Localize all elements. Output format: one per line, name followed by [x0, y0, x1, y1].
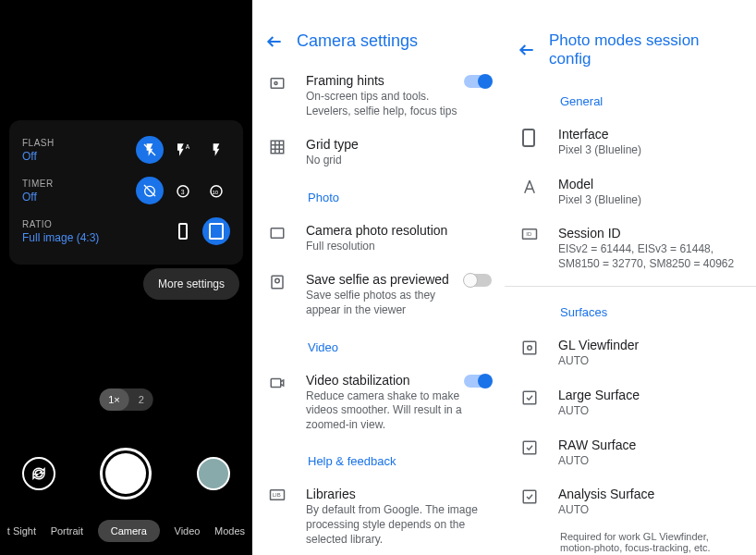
timer-3s-icon[interactable]: 3: [169, 177, 197, 204]
flash-auto-icon[interactable]: A: [169, 136, 197, 164]
resolution-row[interactable]: Camera photo resolution Full resolution: [252, 214, 505, 264]
flash-value: Off: [22, 150, 55, 163]
selfie-toggle[interactable]: [464, 274, 492, 287]
framing-title: Framing hints: [306, 73, 464, 88]
svg-point-11: [274, 82, 277, 85]
large-sub: AUTO: [558, 404, 743, 419]
camera-settings-panel: Camera settings Framing hints On-screen …: [252, 0, 505, 555]
check-box-icon: [521, 438, 549, 456]
stab-toggle[interactable]: [464, 375, 492, 388]
libs-sub: By default from Google. The image proces…: [306, 503, 492, 547]
svg-text:ID: ID: [526, 231, 532, 237]
shutter-button[interactable]: [100, 448, 152, 500]
ratio-value: Full image (4:3): [22, 231, 99, 244]
timer-10s-icon[interactable]: 10: [202, 177, 230, 204]
selfie-icon: [269, 272, 297, 290]
settings-list[interactable]: Framing hints On-screen tips and tools. …: [252, 64, 505, 555]
switch-camera-button[interactable]: [22, 457, 55, 490]
flash-off-icon[interactable]: [136, 136, 164, 164]
grid-title: Grid type: [306, 137, 492, 152]
more-settings-button[interactable]: More settings: [143, 268, 239, 300]
interface-title: Interface: [558, 127, 743, 142]
framing-toggle[interactable]: [464, 75, 492, 88]
session-title: Session ID: [558, 226, 743, 240]
libs-title: Libraries: [306, 487, 492, 501]
back-arrow-icon[interactable]: [518, 41, 536, 59]
mode-camera[interactable]: Camera: [98, 520, 160, 542]
zoom-2x[interactable]: 2: [129, 388, 153, 411]
flash-row: FLASH Off A: [22, 130, 230, 170]
flash-on-icon[interactable]: [202, 136, 230, 164]
mode-modes[interactable]: Modes: [214, 525, 245, 536]
divider: [505, 286, 756, 287]
video-section-header: Video: [252, 327, 505, 364]
check-box-icon: [521, 487, 549, 505]
timer-off-icon[interactable]: [136, 177, 164, 204]
timer-value: Off: [22, 191, 54, 204]
grid-type-row[interactable]: Grid type No grid: [252, 128, 505, 178]
svg-text:A: A: [186, 143, 190, 150]
photo-section-header: Photo: [252, 178, 505, 214]
quick-settings-sheet: FLASH Off A TIMER Off: [9, 120, 243, 265]
check-box-icon: [521, 388, 549, 406]
config-list[interactable]: General Interface Pixel 3 (Blueline) Mod…: [505, 81, 756, 555]
framing-sub: On-screen tips and tools. Levelers, self…: [306, 90, 464, 118]
resolution-title: Camera photo resolution: [306, 223, 492, 238]
interface-row[interactable]: Interface Pixel 3 (Blueline): [505, 117, 756, 167]
libraries-row[interactable]: LIB Libraries By default from Google. Th…: [252, 477, 505, 555]
zoom-1x[interactable]: 1×: [99, 388, 129, 411]
timer-row: TIMER Off 3 10: [22, 170, 230, 211]
framing-hints-row[interactable]: Framing hints On-screen tips and tools. …: [252, 64, 505, 128]
svg-text:3: 3: [181, 189, 185, 195]
raw-title: RAW Surface: [558, 438, 743, 452]
model-title: Model: [558, 177, 743, 191]
flash-label: FLASH: [22, 138, 55, 148]
session-id-row[interactable]: ID Session ID EISv2 = 61444, EISv3 = 614…: [505, 216, 756, 280]
svg-text:LIB: LIB: [273, 493, 281, 499]
ratio-full-icon[interactable]: [202, 217, 230, 245]
resolution-sub: Full resolution: [306, 240, 492, 254]
svg-rect-8: [179, 224, 187, 239]
large-title: Large Surface: [558, 388, 743, 402]
ratio-narrow-icon[interactable]: [169, 217, 197, 245]
selfie-title: Save selfie as previewed: [306, 272, 464, 287]
mode-portrait[interactable]: Portrait: [51, 525, 83, 536]
model-sub: Pixel 3 (Blueline): [558, 193, 743, 208]
model-row[interactable]: Model Pixel 3 (Blueline): [505, 167, 756, 217]
ratio-row: RATIO Full image (4:3): [22, 211, 230, 252]
stabilization-row[interactable]: Video stabilization Reduce camera shake …: [252, 364, 505, 442]
back-arrow-icon[interactable]: [265, 32, 284, 51]
large-surface-row[interactable]: Large Surface AUTO: [505, 378, 756, 428]
svg-rect-33: [523, 441, 536, 454]
mode-selector[interactable]: t Sight Portrait Camera Video Modes: [0, 520, 252, 542]
resolution-icon: [269, 223, 297, 241]
general-section-header: General: [505, 81, 756, 117]
gallery-thumbnail[interactable]: [197, 457, 230, 490]
config-title: Photo modes session config: [549, 31, 743, 68]
svg-rect-12: [271, 141, 284, 154]
mode-night-sight[interactable]: t Sight: [7, 525, 36, 536]
ratio-label: RATIO: [22, 219, 99, 229]
analysis-title: Analysis Surface: [558, 487, 743, 501]
settings-title: Camera settings: [297, 31, 418, 51]
compass-icon: [521, 177, 549, 195]
stab-sub: Reduce camera shake to make videos smoot…: [306, 389, 464, 433]
help-section-header[interactable]: Help & feedback: [252, 441, 505, 477]
svg-rect-34: [523, 490, 536, 503]
gl-viewfinder-row[interactable]: GL Viewfinder AUTO: [505, 328, 756, 378]
selfie-row[interactable]: Save selfie as previewed Save selfie pho…: [252, 263, 505, 327]
analysis-surface-row[interactable]: Analysis Surface AUTO: [505, 477, 756, 527]
grid-icon: [269, 137, 297, 155]
svg-point-31: [528, 346, 532, 351]
mode-video[interactable]: Video: [175, 525, 201, 536]
libraries-icon: LIB: [269, 487, 297, 501]
raw-surface-row[interactable]: RAW Surface AUTO: [505, 428, 756, 478]
selfie-sub: Save selfie photos as they appear in the…: [306, 289, 464, 317]
grid-sub: No grid: [306, 154, 492, 168]
stabilization-icon: [269, 373, 297, 391]
zoom-selector[interactable]: 1× 2: [99, 388, 153, 411]
svg-rect-27: [523, 130, 534, 146]
svg-rect-9: [210, 224, 223, 239]
svg-rect-32: [523, 391, 536, 404]
gl-sub: AUTO: [558, 354, 743, 369]
